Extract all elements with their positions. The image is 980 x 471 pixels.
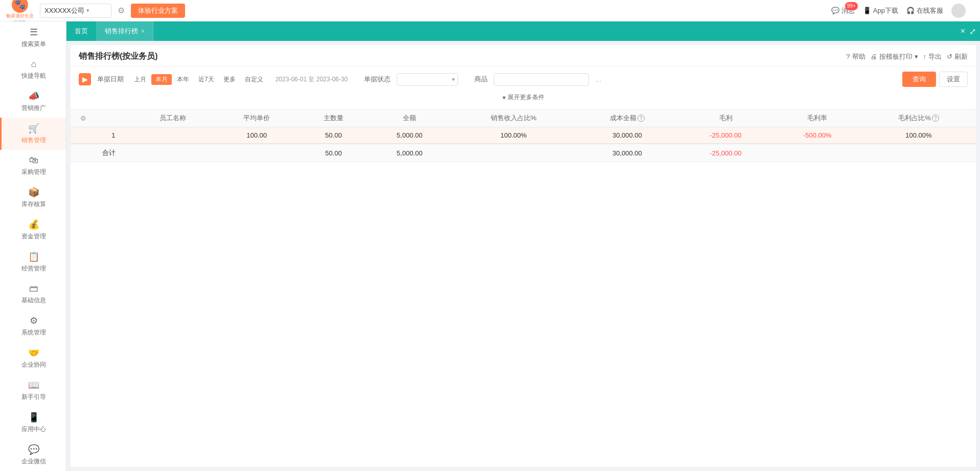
sidebar-item-system[interactable]: ⚙ 系统管理 <box>0 310 66 342</box>
company-selector[interactable]: XXXXXX公司 ▾ <box>40 4 111 18</box>
sidebar-item-basic-info[interactable]: 🗃 基础信息 <box>0 278 66 310</box>
filter-row-1: ▶ 单据日期 上月 本月 本年 近7天 更多 自定义 2023-06-01 至 … <box>79 72 968 87</box>
goods-input[interactable] <box>494 73 589 86</box>
sidebar-item-label: 搜索菜单 <box>21 40 46 49</box>
template-print-button[interactable]: 🖨 按模板打印 ▾ <box>871 52 918 61</box>
settings-icon[interactable]: ⚙ <box>116 4 127 17</box>
sidebar-item-label: 企业协同 <box>21 361 46 369</box>
marketing-icon: 📣 <box>28 91 39 102</box>
summary-label: 合计 <box>96 144 299 162</box>
table-header-row: ⚙ 员工名称 平均单价 主数量 全额 销售收入占比% 成本全额? 毛利 毛利率 <box>71 109 976 127</box>
print-icon: 🖨 <box>871 53 877 60</box>
date-btn-7days[interactable]: 近7天 <box>194 74 218 85</box>
date-btn-this-year[interactable]: 本年 <box>173 74 193 85</box>
page-header: 销售排行榜(按业务员) ? 帮助 🖨 按模板打印 ▾ ↑ <box>71 45 976 66</box>
refresh-button[interactable]: ↺ 刷新 <box>947 52 968 61</box>
message-badge: 99+ <box>845 2 858 10</box>
search-order-icon: ☰ <box>30 27 38 38</box>
sidebar-item-quick-nav[interactable]: ⌂ 快捷导航 <box>0 54 66 85</box>
query-button[interactable]: 查询 <box>902 72 936 87</box>
sidebar-item-label: 库存核算 <box>21 200 46 209</box>
col-name: 员工名称 <box>131 109 215 127</box>
top-bar: 🐾 畅康通好生意 标准版 XXXXXX公司 ▾ ⚙ 体验行业方案 💬 消息 99… <box>0 0 980 21</box>
sidebar-item-finance[interactable]: 💰 资金管理 <box>0 214 66 246</box>
sidebar-item-marketing[interactable]: 📣 营销推广 <box>0 85 66 118</box>
toggle-filter-button[interactable]: ▶ <box>79 73 91 85</box>
page-title: 销售排行榜(按业务员) <box>79 51 158 62</box>
refresh-icon: ↺ <box>947 53 952 60</box>
setting-button[interactable]: 设置 <box>939 72 968 87</box>
cell-qty: 50.00 <box>299 127 368 144</box>
more-dots[interactable]: … <box>595 76 602 83</box>
message-button[interactable]: 💬 消息 99+ <box>831 6 855 15</box>
column-settings-icon[interactable]: ⚙ <box>80 115 86 122</box>
date-btn-this-month[interactable]: 本月 <box>151 74 172 85</box>
date-range: 2023-06-01 至 2023-06-30 <box>276 75 348 84</box>
sidebar-item-label: 新手引导 <box>21 393 46 401</box>
enterprise-wechat-icon: 💬 <box>28 444 39 455</box>
expand-more-conditions[interactable]: ▾ 展开更多条件 <box>79 91 968 104</box>
avatar[interactable] <box>951 4 966 18</box>
operation-icon: 📋 <box>28 251 39 262</box>
sidebar-item-newbie[interactable]: 📖 新手引导 <box>0 374 66 407</box>
status-select-wrapper <box>397 73 458 86</box>
summary-profit-rate <box>773 144 861 162</box>
date-toggle-group: 上月 本月 本年 近7天 更多 自定义 <box>130 74 267 85</box>
sidebar-item-inventory[interactable]: 📦 库存核算 <box>0 182 66 214</box>
sidebar-item-label: 应用中心 <box>21 425 46 434</box>
sidebar-item-search-order[interactable]: ☰ 搜索菜单 <box>0 21 66 54</box>
tab-sales-ranking[interactable]: 销售排行榜 × <box>97 21 153 41</box>
header-actions: ? 帮助 🖨 按模板打印 ▾ ↑ 导出 ↺ <box>846 52 968 61</box>
col-settings[interactable]: ⚙ <box>71 109 96 127</box>
sidebar: ☰ 搜索菜单 ⌂ 快捷导航 📣 营销推广 🛒 销售管理 🛍 采购管理 📦 库 <box>0 21 66 471</box>
tab-expand-icon[interactable]: ⤢ <box>969 27 976 36</box>
basic-info-icon: 🗃 <box>29 283 38 294</box>
status-label: 单据状态 <box>364 75 391 84</box>
tab-close-icon[interactable]: × <box>141 28 145 35</box>
sidebar-item-purchase[interactable]: 🛍 采购管理 <box>0 150 66 182</box>
cell-name <box>131 127 215 144</box>
print-chevron-icon: ▾ <box>915 53 918 60</box>
sidebar-item-label: 资金管理 <box>21 232 46 241</box>
date-btn-last-month[interactable]: 上月 <box>130 74 150 85</box>
sidebar-item-label: 营销推广 <box>21 104 46 113</box>
cost-info-icon[interactable]: ? <box>637 115 645 122</box>
cell-profit-rate: -500.00% <box>773 127 861 144</box>
export-button[interactable]: ↑ 导出 <box>923 52 942 61</box>
cell-rank: 1 <box>96 127 131 144</box>
sidebar-item-app-center[interactable]: 📱 应用中心 <box>0 407 66 439</box>
finance-icon: 💰 <box>28 219 39 230</box>
sidebar-item-label: 快捷导航 <box>21 72 46 80</box>
summary-sales-pct <box>451 144 577 162</box>
help-button[interactable]: ? 帮助 <box>846 52 865 61</box>
sidebar-item-enterprise-wechat[interactable]: 💬 企业微信 <box>0 439 66 471</box>
tab-close-all-icon[interactable]: × <box>961 27 965 36</box>
top-right-actions: 💬 消息 99+ 📱 App下载 🎧 在线客服 <box>831 4 974 18</box>
profit-pct-info-icon[interactable]: ? <box>932 115 939 122</box>
col-avg-price: 平均单价 <box>215 109 299 127</box>
online-service-button[interactable]: 🎧 在线客服 <box>906 6 943 15</box>
company-chevron-icon: ▾ <box>86 7 89 14</box>
sidebar-item-label: 企业微信 <box>21 457 46 466</box>
sidebar-item-operation[interactable]: 📋 经营管理 <box>0 246 66 278</box>
app-center-icon: 📱 <box>28 412 39 423</box>
cell-profit-pct: 100.00% <box>861 127 976 144</box>
sales-ranking-table: ⚙ 员工名称 平均单价 主数量 全额 销售收入占比% 成本全额? 毛利 毛利率 <box>71 109 976 162</box>
sidebar-item-enterprise-collab[interactable]: 🤝 企业协同 <box>0 342 66 374</box>
date-btn-custom[interactable]: 自定义 <box>241 74 267 85</box>
table-area: ⚙ 员工名称 平均单价 主数量 全额 销售收入占比% 成本全额? 毛利 毛利率 <box>71 109 976 467</box>
summary-row: 合计 50.00 5,000.00 30,000.00 -25,000.00 <box>71 144 976 162</box>
app-icon: 📱 <box>863 7 871 14</box>
trial-button[interactable]: 体验行业方案 <box>131 4 185 18</box>
tab-bar: 首页 销售排行榜 × × ⤢ <box>66 21 980 41</box>
home-icon: ⌂ <box>31 59 37 70</box>
main-content: 首页 销售排行榜 × × ⤢ 销售排行榜(按业务员) ? <box>66 21 980 471</box>
filter-area: ▶ 单据日期 上月 本月 本年 近7天 更多 自定义 2023-06-01 至 … <box>71 66 976 109</box>
app-download-button[interactable]: 📱 App下载 <box>863 6 898 15</box>
status-select[interactable] <box>397 73 458 86</box>
sidebar-item-sales[interactable]: 🛒 销售管理 <box>0 118 66 150</box>
date-btn-more[interactable]: 更多 <box>219 74 240 85</box>
tab-home[interactable]: 首页 <box>66 21 97 41</box>
sidebar-item-label: 经营管理 <box>21 264 46 273</box>
help-icon: ? <box>846 53 850 60</box>
